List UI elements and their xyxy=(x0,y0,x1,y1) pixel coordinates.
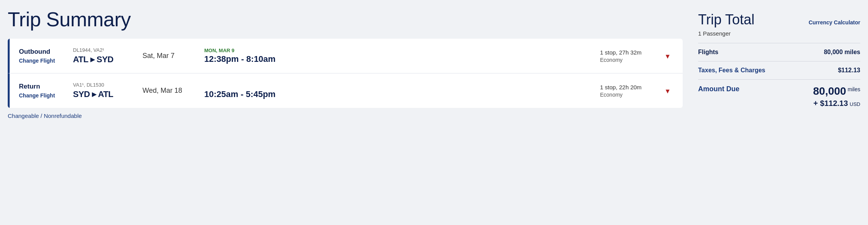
outbound-label: Outbound Change Flight xyxy=(19,48,73,64)
outbound-flight-code: DL1944, VA2¹ xyxy=(73,47,142,53)
return-time: 10:25am - 5:45pm xyxy=(204,82,600,99)
return-type: Return xyxy=(19,83,73,90)
return-flight-row: Return Change Flight VA1¹, DL1530 SYD ▸ … xyxy=(8,73,683,108)
right-panel: Trip Total Currency Calculator 1 Passeng… xyxy=(698,8,860,119)
return-date: Wed, Mar 18 xyxy=(142,87,204,95)
flights-value: 80,000 miles xyxy=(824,49,860,56)
outbound-cabin: Economy xyxy=(600,57,662,63)
outbound-stops: 1 stop, 27h 32m Economy xyxy=(600,49,662,63)
flights-container: Outbound Change Flight DL1944, VA2¹ ATL … xyxy=(8,39,683,108)
return-label: Return Change Flight xyxy=(19,83,73,99)
taxes-cost-row: Taxes, Fees & Charges $112.13 xyxy=(698,61,860,79)
outbound-time: MON, MAR 9 12:38pm - 8:10am xyxy=(204,48,600,64)
amount-due-usd: + $112.13 USD xyxy=(813,99,860,108)
return-stops: 1 stop, 22h 20m Economy xyxy=(600,84,662,98)
taxes-label: Taxes, Fees & Charges xyxy=(698,67,765,74)
outbound-type: Outbound xyxy=(19,48,73,56)
currency-calculator-link[interactable]: Currency Calculator xyxy=(809,19,860,26)
outbound-time-note: MON, MAR 9 xyxy=(204,48,600,53)
amount-due-label: Amount Due xyxy=(698,85,739,93)
taxes-value: $112.13 xyxy=(838,67,860,74)
passenger-count: 1 Passenger xyxy=(698,30,860,37)
trip-total-header: Trip Total Currency Calculator xyxy=(698,12,860,28)
outbound-chevron-icon[interactable]: ▾ xyxy=(662,51,673,61)
trip-total-title: Trip Total xyxy=(698,12,754,28)
return-flight-code: VA1¹, DL1530 xyxy=(73,82,142,88)
return-time-value: 10:25am - 5:45pm xyxy=(204,89,600,99)
amount-due-value: 80,000 miles // Inline set for miles uni… xyxy=(813,85,860,108)
return-airports: SYD ▸ ATL xyxy=(73,89,142,99)
outbound-airports: ATL ▸ SYD xyxy=(73,55,142,65)
amount-due-row: Amount Due 80,000 miles // Inline set fo… xyxy=(698,79,860,113)
outbound-flight-row: Outbound Change Flight DL1944, VA2¹ ATL … xyxy=(8,39,683,73)
changeable-note: Changeable / Nonrefundable xyxy=(8,112,683,119)
outbound-time-value: 12:38pm - 8:10am xyxy=(204,54,600,64)
return-chevron-icon[interactable]: ▾ xyxy=(662,86,673,95)
return-route: VA1¹, DL1530 SYD ▸ ATL xyxy=(73,82,142,99)
outbound-route: DL1944, VA2¹ ATL ▸ SYD xyxy=(73,47,142,65)
outbound-change-flight-link[interactable]: Change Flight xyxy=(19,58,55,64)
outbound-date: Sat, Mar 7 xyxy=(142,52,204,60)
return-cabin: Economy xyxy=(600,92,662,98)
return-change-flight-link[interactable]: Change Flight xyxy=(19,92,55,99)
flights-label: Flights xyxy=(698,49,718,56)
amount-due-miles: 80,000 miles xyxy=(813,86,860,97)
left-panel: Trip Summary Outbound Change Flight DL19… xyxy=(8,8,683,119)
return-stops-value: 1 stop, 22h 20m xyxy=(600,84,662,90)
flights-cost-row: Flights 80,000 miles xyxy=(698,43,860,61)
page-title: Trip Summary xyxy=(8,8,683,31)
outbound-stops-value: 1 stop, 27h 32m xyxy=(600,49,662,56)
page-wrapper: Trip Summary Outbound Change Flight DL19… xyxy=(8,8,860,119)
